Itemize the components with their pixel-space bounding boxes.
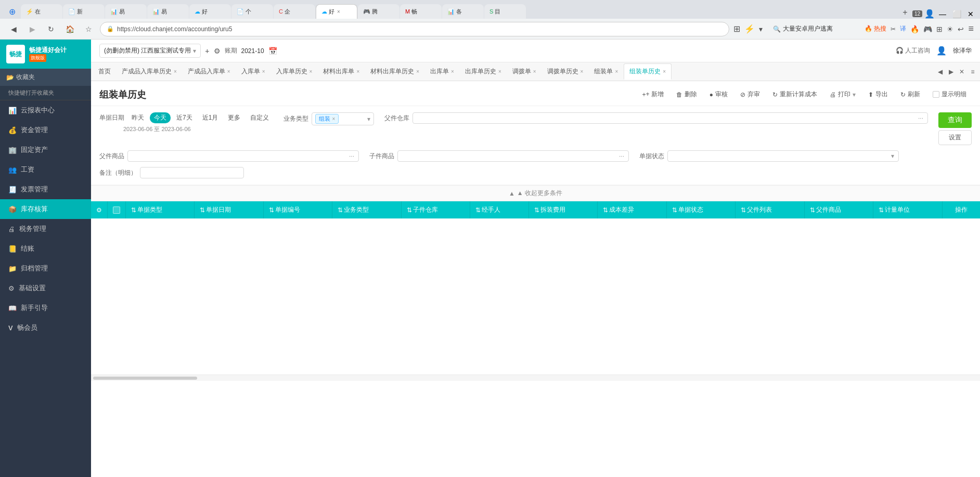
sidebar-item-invoice[interactable]: 🧾 发票管理: [0, 179, 91, 199]
checkbox-all[interactable]: [113, 207, 120, 214]
tab-material-out[interactable]: 材料出库单 ×: [318, 64, 365, 79]
browser-tab[interactable]: 🎮腾: [358, 4, 399, 19]
tag-close-icon[interactable]: ×: [332, 116, 335, 122]
sidebar-item-salary[interactable]: 👥 工资: [0, 160, 91, 179]
back-btn[interactable]: ◀: [6, 22, 21, 36]
bookmark-btn[interactable]: ☆: [81, 22, 96, 36]
sidebar-item-member[interactable]: V 畅会员: [0, 318, 91, 338]
tab-out-order[interactable]: 出库单 ×: [425, 64, 459, 79]
sidebar-item-tax[interactable]: 🖨 税务管理: [0, 219, 91, 239]
tab-close-icon[interactable]: ×: [498, 69, 501, 74]
tab-home[interactable]: 首页: [93, 64, 116, 79]
tab-close-icon[interactable]: ×: [663, 69, 666, 74]
tab-close-icon[interactable]: ×: [227, 69, 230, 74]
th-date[interactable]: ⇅ 单据日期: [195, 201, 263, 218]
cut-icon[interactable]: ✂: [891, 25, 896, 33]
th-disassemble-fee[interactable]: ⇅ 拆装费用: [529, 201, 598, 218]
sidebar-item-reports[interactable]: 📊 云报表中心: [0, 100, 91, 120]
child-goods-input[interactable]: ···: [397, 150, 629, 162]
status-input[interactable]: ▾: [667, 150, 899, 162]
th-unit[interactable]: ⇅ 计量单位: [873, 201, 942, 218]
scroll-left-btn[interactable]: ◀: [935, 67, 945, 77]
home-btn[interactable]: 🏠: [62, 22, 77, 36]
delete-btn[interactable]: 🗑 删除: [671, 87, 702, 101]
address-bar[interactable]: 🔒 https://cloud.chanjet.com/accounting/u…: [100, 22, 729, 36]
nav-dropdown[interactable]: ▾: [759, 25, 763, 33]
set-btn[interactable]: 设置: [938, 130, 972, 145]
scroll-right-btn[interactable]: ▶: [946, 67, 956, 77]
undo-icon[interactable]: ↩: [958, 25, 964, 33]
checkbox-detail[interactable]: [933, 91, 939, 98]
tab-close-icon[interactable]: ×: [451, 69, 454, 74]
new-tab-btn[interactable]: +: [899, 6, 911, 19]
browser-tab[interactable]: 📊易: [105, 4, 147, 19]
tab-transfer-history[interactable]: 调拨单历史 ×: [542, 64, 589, 79]
query-btn[interactable]: 查询: [938, 112, 972, 128]
close-btn[interactable]: ✕: [965, 10, 976, 18]
tab-transfer[interactable]: 调拨单 ×: [507, 64, 541, 79]
translate-icon[interactable]: 译: [900, 24, 906, 33]
turbo-btn[interactable]: ⚡: [744, 24, 755, 34]
th-settings[interactable]: ⚙: [91, 201, 108, 218]
print-btn[interactable]: 🖨 打印 ▾: [824, 87, 861, 101]
tab-assembly-history[interactable]: 组装单历史 ×: [624, 63, 672, 80]
tab-in-order[interactable]: 入库单 ×: [236, 64, 270, 79]
emoji-icon[interactable]: 🔥: [910, 25, 919, 33]
export-btn[interactable]: ⬆ 导出: [863, 87, 893, 101]
browser-tab[interactable]: 📄新: [63, 4, 105, 19]
browser-tab[interactable]: 📊各: [442, 4, 484, 19]
parent-goods-input[interactable]: ···: [127, 150, 359, 162]
recalc-btn[interactable]: ↻ 重新计算成本: [767, 87, 822, 101]
tab-product-in[interactable]: 产成品入库单 ×: [183, 64, 236, 79]
grid-icon[interactable]: ⊞: [936, 25, 943, 33]
browser-tab[interactable]: M畅: [400, 4, 442, 19]
sidebar-item-guide[interactable]: 📖 新手引导: [0, 298, 91, 318]
date-btn-today[interactable]: 今天: [150, 112, 171, 123]
th-handler[interactable]: ⇅ 经手人: [470, 201, 529, 218]
tab-in-history[interactable]: 入库单历史 ×: [271, 64, 318, 79]
th-status[interactable]: ⇅ 单据状态: [666, 201, 735, 218]
reload-btn[interactable]: ↻: [44, 22, 58, 36]
add-company-btn[interactable]: +: [205, 47, 209, 55]
tab-material-out-history[interactable]: 材料出库单历史 ×: [365, 64, 424, 79]
menu-icon[interactable]: ≡: [968, 23, 974, 34]
date-btn-yesterday[interactable]: 昨天: [127, 112, 148, 123]
browser-tab[interactable]: 📄个: [231, 4, 273, 19]
tab-out-history[interactable]: 出库单历史 ×: [460, 64, 507, 79]
tab-close-icon[interactable]: ×: [310, 69, 313, 74]
browser-tab[interactable]: ⚡在: [21, 4, 62, 19]
search-box[interactable]: 🔍 大量安卓用户逃离: [767, 22, 860, 35]
th-parent-list[interactable]: ⇅ 父件列表: [736, 201, 804, 218]
company-selector[interactable]: (勿删勿禁用) 江西服宝测试专用 ▾: [99, 44, 201, 58]
date-btn-custom[interactable]: 自定义: [246, 112, 273, 123]
tab-close-icon[interactable]: ×: [337, 9, 340, 15]
game-icon[interactable]: 🎮: [923, 25, 932, 33]
abandon-btn[interactable]: ⊘ 弃审: [735, 87, 765, 101]
th-parent-goods[interactable]: ⇅ 父件商品: [804, 201, 873, 218]
browser-tab-active[interactable]: ☁好×: [316, 4, 357, 19]
audit-btn[interactable]: ● 审核: [704, 87, 733, 101]
browser-tab[interactable]: ☁好: [189, 4, 231, 19]
refresh-btn[interactable]: ↻ 刷新: [895, 87, 925, 101]
sun-icon[interactable]: ☀: [947, 25, 953, 33]
forward-btn[interactable]: ▶: [25, 22, 40, 36]
tab-product-in-history[interactable]: 产成品入库单历史 ×: [117, 64, 182, 79]
tab-close-icon[interactable]: ×: [581, 69, 584, 74]
close-tab-btn[interactable]: ✕: [957, 67, 967, 77]
sidebar-item-inventory[interactable]: 📦 库存核算: [0, 199, 91, 219]
th-biz-type[interactable]: ⇅ 业务类型: [332, 201, 401, 218]
th-type[interactable]: ⇅ 单据类型: [126, 201, 195, 218]
new-btn[interactable]: + + 新增: [637, 87, 668, 101]
tab-close-icon[interactable]: ×: [533, 69, 536, 74]
tab-menu-btn[interactable]: ≡: [968, 67, 978, 77]
sidebar-item-account[interactable]: 📒 结账: [0, 239, 91, 259]
parent-warehouse-input[interactable]: ···: [412, 112, 928, 124]
th-number[interactable]: ⇅ 单据编号: [263, 201, 332, 218]
tab-assembly[interactable]: 组装单 ×: [589, 64, 623, 79]
date-btn-1month[interactable]: 近1月: [198, 112, 223, 123]
qr-btn[interactable]: ⊞: [733, 24, 740, 34]
sidebar-item-assets[interactable]: 🏢 固定资产: [0, 140, 91, 160]
date-btn-7days[interactable]: 近7天: [172, 112, 197, 123]
th-cost-diff[interactable]: ⇅ 成本差异: [598, 201, 666, 218]
business-type-input[interactable]: 组装 × ▾: [312, 112, 374, 125]
